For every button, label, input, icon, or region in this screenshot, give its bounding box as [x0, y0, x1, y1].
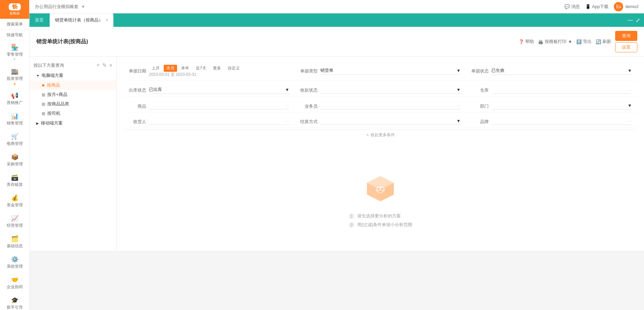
goods-dots[interactable]: ···	[286, 103, 289, 108]
collapse-panel-icon[interactable]: «	[109, 62, 112, 68]
empty-step-2: 2 用[过滤]条件来缩小分析范围	[348, 222, 412, 228]
topbar-left: 办公用品行业模拟账套 ▼	[35, 4, 85, 10]
page-header: 销货单统计表(按商品) ❓ 帮助 🖨️ 按模板打印 ▼ ⬆️ 导出 🔄 刷新 查…	[30, 27, 644, 57]
export-btn[interactable]: ⬆️ 导出	[576, 39, 592, 45]
date-btn-this-month[interactable]: 本月	[164, 65, 177, 72]
collapse-bar[interactable]: ∧ 收起更多条件	[123, 129, 637, 141]
tabs-actions: — ⤢	[628, 17, 644, 23]
user-avatar-area[interactable]: Ea demo2	[614, 2, 639, 11]
scheme-active-icon: ●	[42, 82, 45, 88]
logo-subtitle: 标账版	[10, 11, 20, 16]
sidebar-item-base[interactable]: 🗂️ 基础信息	[0, 232, 29, 252]
receiver-value: ···	[149, 118, 289, 125]
doc-type-label: 单据类型	[300, 68, 320, 74]
system-icon: ⚙️	[11, 256, 18, 263]
empty-steps: 1 请先选择要分析的方案 2 用[过滤]条件来缩小分析范围	[348, 213, 412, 230]
sidebar-item-finance[interactable]: 💰 资金管理	[0, 191, 29, 211]
app-download-btn[interactable]: 📱 App下载	[585, 4, 608, 10]
edit-scheme-icon[interactable]: ✎	[102, 62, 107, 68]
date-btn-this-year[interactable]: 本年	[178, 65, 192, 72]
add-scheme-icon[interactable]: +	[97, 62, 100, 68]
sidebar-item-purchase[interactable]: 📦 采购管理	[0, 150, 29, 170]
refresh-btn[interactable]: 🔄 刷新	[596, 39, 611, 45]
svg-point-5	[381, 188, 383, 190]
doc-type-arrow[interactable]: ▼	[456, 68, 461, 73]
filter-cell-settle: 结算方式 ▼	[295, 116, 466, 128]
doc-type-value: 销货单 ▼	[320, 67, 461, 75]
sidebar-logo: 畅 标账版	[0, 0, 29, 19]
sidebar-item-sales[interactable]: 📊 销售管理	[0, 109, 29, 130]
sidebar-item-operation[interactable]: 📈 经营管理	[0, 211, 29, 232]
settle-arrow[interactable]: ▼	[456, 118, 461, 123]
operation-icon: 📈	[11, 215, 18, 222]
date-btn-more[interactable]: 更多	[210, 65, 224, 72]
template-print-btn[interactable]: 🖨️ 按模板打印 ▼	[538, 39, 572, 45]
sidebar-item-guide[interactable]: 🎓 新手引导	[0, 293, 29, 310]
retail-icon: 🏪	[11, 44, 18, 51]
settle-value: ▼	[320, 118, 461, 125]
content-area: 按以下方案查询 + ✎ « ▼ 电脑端方案 ● 按商品	[30, 57, 644, 251]
sidebar-search[interactable]: 搜索菜单	[0, 19, 29, 30]
date-controls: 上月 本月 本年 近7天 更多 自定义 2023-03-01 至 2023-03…	[149, 65, 289, 78]
salesperson-label: 业务员	[300, 103, 320, 109]
scheme-icon-3: ▦	[42, 111, 45, 116]
sidebar-item-system[interactable]: ⚙️ 系统管理	[0, 252, 29, 273]
date-btn-custom[interactable]: 自定义	[225, 65, 243, 72]
enterprise-icon: 🤝	[11, 276, 18, 283]
sidebar-item-retail[interactable]: 🏪 零售管理 ▼	[0, 40, 29, 64]
goods-value: ···	[149, 103, 289, 109]
tree-item-month-goods[interactable]: ▦ 按月+商品	[30, 90, 116, 99]
out-status-arrow[interactable]: ▼	[285, 87, 289, 92]
tree-item-goods-category[interactable]: ▦ 按商品品类	[30, 99, 116, 109]
date-btn-last-month[interactable]: 上月	[149, 65, 162, 72]
filter-row-3: 商品 ··· 业务员 ···	[123, 100, 637, 112]
sidebar-item-wholesale[interactable]: 🏬 批发管理 ▲	[0, 64, 29, 89]
scheme-icon-1: ▦	[42, 92, 45, 97]
avatar: Ea	[614, 2, 623, 11]
receiver-dots[interactable]: ···	[286, 118, 289, 123]
username: demo2	[625, 4, 639, 9]
collect-status-arrow[interactable]: ▼	[456, 87, 461, 92]
brand-dots[interactable]: ···	[628, 118, 632, 123]
topbar: 办公用品行业模拟账套 ▼ 💬 消息 📱 App下载 Ea demo2	[30, 0, 644, 13]
tab-close-icon[interactable]: ×	[106, 18, 108, 22]
marketing-icon: 📢	[11, 92, 18, 99]
sidebar-item-enterprise[interactable]: 🤝 企业协同	[0, 273, 29, 293]
wholesale-icon: 🏬	[11, 68, 18, 75]
filter-cell-doc-status: 单据状态 已生效 ▼	[466, 62, 637, 81]
tree-item-by-goods[interactable]: ● 按商品	[30, 81, 116, 90]
out-status-value: 已出库 ▼	[149, 87, 289, 94]
tab-home[interactable]: 首页	[30, 13, 49, 27]
department-arrow[interactable]: ▼	[628, 103, 632, 108]
salesperson-dots[interactable]: ···	[457, 103, 461, 108]
filter-cell-doc-type: 单据类型 销货单 ▼	[295, 62, 466, 81]
sidebar-item-marketing[interactable]: 📢 营销推广	[0, 89, 29, 109]
sidebar-quick-nav[interactable]: 快捷导航	[0, 30, 29, 40]
doc-status-arrow[interactable]: ▼	[628, 68, 632, 73]
date-range: 2023-03-01 至 2023-03-31	[149, 72, 289, 78]
dropdown-icon[interactable]: ▼	[81, 4, 85, 9]
tree-section-mobile[interactable]: ▶ 移动端方案	[30, 118, 116, 128]
tab-sales-stats[interactable]: 销货单统计表（按商品） ×	[50, 13, 113, 27]
tab-maximize-icon[interactable]: ⤢	[636, 17, 640, 23]
topbar-right: 💬 消息 📱 App下载 Ea demo2	[565, 2, 639, 11]
date-buttons: 上月 本月 本年 近7天 更多 自定义	[149, 65, 289, 72]
tree-section-pc[interactable]: ▼ 电脑端方案	[30, 70, 116, 81]
logo-abbr: 畅	[12, 3, 17, 10]
out-status-label: 出库状态	[129, 87, 149, 93]
filter-cell-department: 部门 ▼	[466, 100, 637, 112]
collect-status-label: 收款状态	[300, 87, 320, 93]
help-btn[interactable]: ❓ 帮助	[519, 39, 534, 45]
query-button[interactable]: 查询	[615, 31, 637, 41]
sidebar-item-ecommerce[interactable]: 🛒 电商管理	[0, 130, 29, 150]
message-btn[interactable]: 💬 消息	[565, 4, 580, 10]
tree-item-driver[interactable]: ▦ 按司机	[30, 109, 116, 118]
tab-minimize-icon[interactable]: —	[628, 17, 633, 23]
date-btn-7days[interactable]: 近7天	[193, 65, 209, 72]
doc-status-label: 单据状态	[471, 68, 491, 74]
settings-button[interactable]: 设置	[615, 42, 637, 52]
tree-expand-icon: ▼	[36, 74, 40, 78]
sidebar-item-inventory[interactable]: 🗃️ 库存核算	[0, 170, 29, 191]
warehouse-dots[interactable]: ···	[628, 87, 632, 92]
filter-cell-salesperson: 业务员 ···	[295, 100, 466, 112]
